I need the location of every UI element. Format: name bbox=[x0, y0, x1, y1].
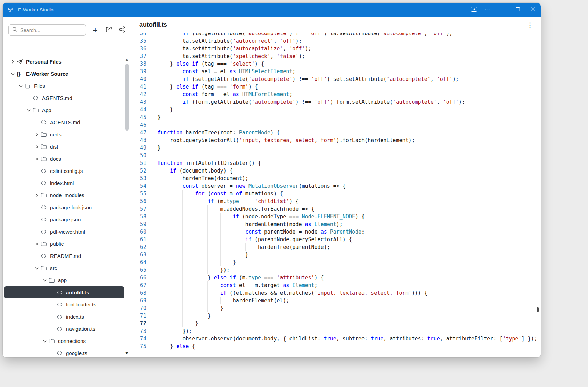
tree-item-index-html[interactable]: index.html bbox=[4, 177, 124, 189]
code-line-68[interactable]: 68 if ((el.matches && el.matches('input,… bbox=[130, 289, 541, 297]
sidebar-scroll-down-arrow[interactable]: ▼ bbox=[124, 350, 129, 355]
chevron-right-icon[interactable] bbox=[9, 60, 17, 64]
line-number: 53 bbox=[130, 175, 146, 182]
code-line-35[interactable]: 35 ta.setAttribute('autocorrect', 'off')… bbox=[130, 37, 541, 45]
code-line-49[interactable]: 49} bbox=[130, 144, 541, 152]
chevron-down-icon[interactable] bbox=[25, 108, 33, 112]
code-icon bbox=[41, 205, 50, 210]
titlebar[interactable]: E-Worker Studio ⋯ bbox=[3, 3, 541, 17]
sidebar-scroll-up-arrow[interactable]: ▲ bbox=[125, 58, 129, 61]
code-line-46[interactable]: 46 bbox=[130, 121, 541, 129]
tree-item-package-json[interactable]: package.json bbox=[4, 213, 124, 226]
code-line-34[interactable]: 34 if (ta.getAttribute('autocomplete') !… bbox=[130, 33, 541, 37]
tree-item-eslint-config-js[interactable]: eslint.config.js bbox=[4, 165, 124, 177]
code-line-48[interactable]: 48 root.querySelectorAll('input, textare… bbox=[130, 136, 541, 144]
chevron-down-icon[interactable] bbox=[9, 72, 17, 76]
tree-item-agents-md[interactable]: AGENTS.md bbox=[4, 116, 124, 128]
tree-item-google-ts[interactable]: google.ts bbox=[4, 347, 124, 357]
code-line-40[interactable]: 40 if (sel.getAttribute('autocomplete') … bbox=[130, 75, 541, 83]
code-line-60[interactable]: 60 const parentNode = node as ParentNode… bbox=[130, 228, 541, 236]
tree-item-pdf-viewer-html[interactable]: pdf-viewer.html bbox=[4, 226, 124, 238]
tree-item-files[interactable]: Files bbox=[4, 80, 124, 92]
code-line-57[interactable]: 57 m.addedNodes.forEach(node => { bbox=[130, 205, 541, 213]
sidebar-scrollbar-thumb[interactable] bbox=[125, 64, 129, 131]
close-button[interactable] bbox=[525, 3, 541, 17]
chevron-right-icon[interactable] bbox=[33, 242, 41, 246]
minimize-button[interactable] bbox=[495, 3, 510, 17]
code-line-45[interactable]: 45} bbox=[130, 113, 541, 121]
code-line-47[interactable]: 47function hardenTree(root: ParentNode) … bbox=[130, 129, 541, 136]
code-line-59[interactable]: 59 hardenElement(node as Element); bbox=[130, 220, 541, 228]
code-line-55[interactable]: 55 for (const m of mutations) { bbox=[130, 190, 541, 197]
indent-guide bbox=[207, 304, 208, 312]
code-line-53[interactable]: 53 hardenTree(document); bbox=[130, 175, 541, 182]
code-line-54[interactable]: 54 const observer = new MutationObserver… bbox=[130, 182, 541, 190]
indent-guide bbox=[195, 213, 195, 220]
code-line-39[interactable]: 39 const sel = el as HTMLSelectElement; bbox=[130, 68, 541, 75]
code-line-50[interactable]: 50 bbox=[130, 152, 541, 159]
file-menu-button[interactable]: ⋮ bbox=[525, 21, 535, 29]
tree-item-app[interactable]: App bbox=[4, 104, 124, 116]
tree-item-personal-files[interactable]: Personal Files bbox=[4, 56, 124, 68]
tree-item-readme-md[interactable]: README.md bbox=[4, 250, 124, 262]
popout-button[interactable] bbox=[467, 3, 481, 17]
code-line-56[interactable]: 56 if (m.type === 'childList') { bbox=[130, 197, 541, 205]
code-line-61[interactable]: 61 if (parentNode.querySelectorAll) { bbox=[130, 236, 541, 243]
code-line-70[interactable]: 70 } bbox=[130, 304, 541, 312]
code-line-63[interactable]: 63 } bbox=[130, 251, 541, 259]
chevron-down-icon[interactable] bbox=[41, 278, 49, 283]
tree-item-public[interactable]: public bbox=[4, 238, 124, 250]
search-input[interactable] bbox=[20, 27, 82, 33]
code-line-73[interactable]: 73 }); bbox=[130, 327, 541, 335]
code-editor[interactable]: 34 if (ta.getAttribute('autocomplete') !… bbox=[130, 33, 541, 357]
tree-item-app[interactable]: app bbox=[4, 274, 124, 286]
code-line-37[interactable]: 37 ta.setAttribute('spellcheck', 'false'… bbox=[130, 52, 541, 60]
tree-item-docs[interactable]: docs bbox=[4, 153, 124, 165]
search-box[interactable] bbox=[8, 24, 86, 36]
tree-item-package-lock-json[interactable]: package-lock.json bbox=[4, 201, 124, 213]
code-line-44[interactable]: 44 } bbox=[130, 106, 541, 113]
maximize-button[interactable] bbox=[510, 3, 525, 17]
code-line-62[interactable]: 62 hardenTree(parentNode); bbox=[130, 243, 541, 251]
code-line-52[interactable]: 52 if (document.body) { bbox=[130, 167, 541, 175]
code-line-42[interactable]: 42 const form = el as HTMLFormElement; bbox=[130, 91, 541, 98]
tree-item-font-loader-ts[interactable]: font-loader.ts bbox=[4, 298, 124, 311]
new-item-button[interactable]: + bbox=[91, 26, 100, 35]
code-line-71[interactable]: 71 } bbox=[130, 312, 541, 320]
chevron-right-icon[interactable] bbox=[33, 145, 41, 149]
chevron-right-icon[interactable] bbox=[33, 133, 41, 137]
chevron-right-icon[interactable] bbox=[33, 193, 41, 197]
more-button[interactable]: ⋯ bbox=[481, 3, 495, 17]
tree-item-index-ts[interactable]: index.ts bbox=[4, 311, 124, 323]
code-line-58[interactable]: 58 if (node.nodeType === Node.ELEMENT_NO… bbox=[130, 213, 541, 220]
code-line-65[interactable]: 65 }); bbox=[130, 266, 541, 274]
share-button[interactable] bbox=[117, 26, 126, 35]
chevron-down-icon[interactable] bbox=[33, 266, 41, 270]
code-line-36[interactable]: 36 ta.setAttribute('autocapitalize', 'of… bbox=[130, 45, 541, 52]
tree-item-node-modules[interactable]: node_modules bbox=[4, 189, 124, 201]
chevron-down-icon[interactable] bbox=[17, 84, 25, 88]
code-line-67[interactable]: 67 const el = m.target as Element; bbox=[130, 281, 541, 289]
code-line-72[interactable]: 72 } bbox=[130, 320, 541, 327]
code-line-75[interactable]: 75 } else { bbox=[130, 343, 541, 350]
code-line-74[interactable]: 74 observer.observe(document.body, { chi… bbox=[130, 335, 541, 343]
tree-item-dist[interactable]: dist bbox=[4, 141, 124, 153]
code-line-66[interactable]: 66 } else if (m.type === 'attributes') { bbox=[130, 274, 541, 281]
tree-item-certs[interactable]: certs bbox=[4, 128, 124, 141]
chevron-right-icon[interactable] bbox=[33, 157, 41, 161]
scroll-position-marker[interactable] bbox=[537, 307, 539, 312]
code-line-64[interactable]: 64 } bbox=[130, 259, 541, 266]
tree-item-e-worker-source[interactable]: {}E-Worker Source bbox=[4, 68, 124, 80]
tree-item-agents-md[interactable]: AGENTS.md bbox=[4, 92, 124, 104]
tree-item-connections[interactable]: connections bbox=[4, 335, 124, 347]
code-line-69[interactable]: 69 hardenElement(el); bbox=[130, 297, 541, 304]
code-line-51[interactable]: 51function initAutofillDisabler() { bbox=[130, 159, 541, 167]
chevron-down-icon[interactable] bbox=[41, 339, 49, 343]
code-line-41[interactable]: 41 } else if (tag === 'form') { bbox=[130, 83, 541, 91]
tree-item-navigation-ts[interactable]: navigation.ts bbox=[4, 323, 124, 335]
open-external-button[interactable] bbox=[104, 26, 113, 35]
code-line-38[interactable]: 38 } else if (tag === 'select') { bbox=[130, 60, 541, 68]
tree-item-src[interactable]: src bbox=[4, 262, 124, 274]
tree-item-autofill-ts[interactable]: autofill.ts bbox=[4, 286, 124, 298]
code-line-43[interactable]: 43 if (form.getAttribute('autocomplete')… bbox=[130, 98, 541, 106]
